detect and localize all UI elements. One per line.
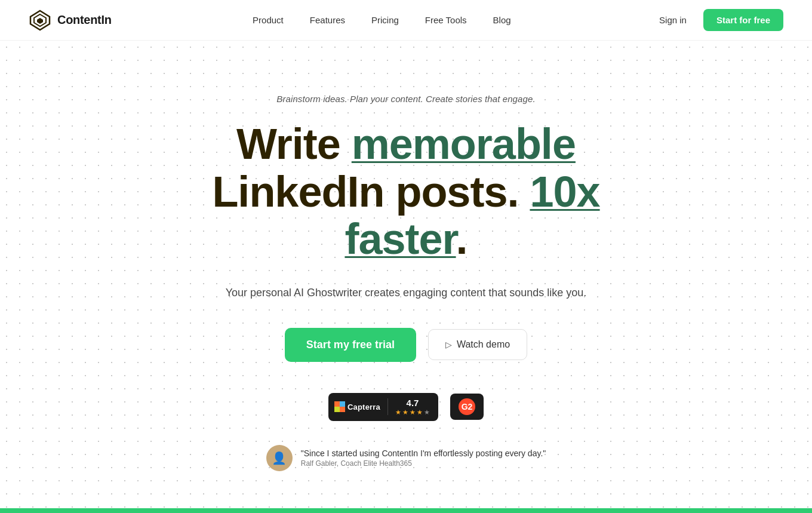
g2-logo-icon: G2 bbox=[459, 398, 475, 415]
capterra-stars: ★ ★ ★ ★ ★ bbox=[395, 408, 430, 416]
svg-rect-3 bbox=[334, 401, 340, 407]
nav-item-blog[interactable]: Blog bbox=[482, 10, 522, 30]
headline-part1: Write bbox=[236, 120, 352, 168]
nav-item-free-tools[interactable]: Free Tools bbox=[414, 10, 478, 30]
hero-section: Brainstorm ideas. Plan your content. Cre… bbox=[0, 41, 812, 512]
testimonial-text: "Since I started using ContentIn I'm eff… bbox=[301, 449, 546, 468]
headline-highlight1: memorable bbox=[352, 120, 576, 168]
testimonial-author: Ralf Gabler, Coach Elite Health365 bbox=[301, 459, 546, 468]
nav-item-pricing[interactable]: Pricing bbox=[361, 10, 410, 30]
hero-content: Brainstorm ideas. Plan your content. Cre… bbox=[149, 94, 663, 471]
svg-marker-2 bbox=[37, 18, 43, 24]
hero-headline: Write memorable LinkedIn posts. 10x fast… bbox=[149, 121, 663, 263]
nav-links: Product Features Pricing Free Tools Blog bbox=[242, 15, 522, 26]
svg-rect-5 bbox=[334, 407, 340, 412]
capterra-score: 4.7 bbox=[407, 398, 419, 408]
play-icon: ▷ bbox=[445, 340, 452, 349]
hero-cta-row: Start my free trial ▷ Watch demo bbox=[149, 328, 663, 362]
hero-subtext: Your personal AI Ghostwriter creates eng… bbox=[221, 284, 591, 302]
capterra-name-label: Capterra bbox=[347, 403, 380, 411]
trial-button[interactable]: Start my free trial bbox=[285, 328, 416, 362]
logo-text: ContentIn bbox=[57, 13, 112, 27]
demo-button-label: Watch demo bbox=[457, 339, 510, 350]
svg-rect-6 bbox=[340, 407, 345, 412]
capterra-divider bbox=[387, 398, 388, 415]
bottom-accent-bar bbox=[0, 508, 812, 512]
testimonial-row: 👤 "Since I started using ContentIn I'm e… bbox=[149, 445, 663, 471]
capterra-flag-icon bbox=[334, 401, 345, 412]
avatar-image: 👤 bbox=[266, 445, 293, 471]
nav-item-features[interactable]: Features bbox=[299, 10, 356, 30]
capterra-badge: Capterra 4.7 ★ ★ ★ ★ ★ bbox=[328, 393, 438, 421]
headline-part2: LinkedIn posts. bbox=[212, 168, 530, 216]
capterra-rating: 4.7 ★ ★ ★ ★ ★ bbox=[395, 398, 430, 416]
badges-row: Capterra 4.7 ★ ★ ★ ★ ★ G2 bbox=[149, 393, 663, 421]
hero-tagline: Brainstorm ideas. Plan your content. Cre… bbox=[149, 94, 663, 104]
g2-badge: G2 bbox=[450, 394, 484, 420]
nav-item-product[interactable]: Product bbox=[242, 10, 294, 30]
signin-button[interactable]: Sign in bbox=[652, 10, 694, 30]
navbar: ContentIn Product Features Pricing Free … bbox=[0, 0, 812, 41]
avatar: 👤 bbox=[266, 445, 293, 471]
capterra-logo: Capterra bbox=[334, 401, 380, 412]
logo-link[interactable]: ContentIn bbox=[29, 9, 112, 32]
svg-rect-4 bbox=[340, 401, 345, 407]
start-free-button[interactable]: Start for free bbox=[703, 9, 783, 31]
headline-part3: . bbox=[456, 215, 467, 263]
logo-icon bbox=[29, 9, 51, 32]
nav-actions: Sign in Start for free bbox=[652, 9, 783, 31]
demo-button[interactable]: ▷ Watch demo bbox=[428, 329, 527, 360]
testimonial-quote: "Since I started using ContentIn I'm eff… bbox=[301, 449, 546, 458]
